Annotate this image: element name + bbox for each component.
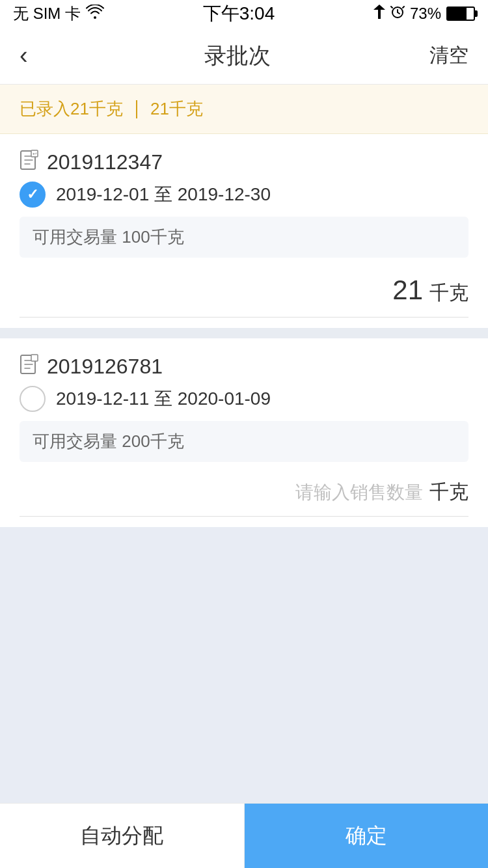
page-title: 录批次 <box>59 41 416 71</box>
nav-bar: ‹ 录批次 清空 <box>0 27 488 85</box>
batch-1-date: 2019-12-01 至 2019-12-30 <box>56 182 271 207</box>
batch-2-available: 可用交易量 200千克 <box>20 421 468 462</box>
battery-icon <box>446 7 475 21</box>
clear-button[interactable]: 清空 <box>416 42 468 69</box>
batch-1-header: ↩ 2019112347 <box>20 150 468 175</box>
status-left: 无 SIM 卡 <box>13 3 104 24</box>
info-banner: 已录入21千克 21千克 <box>0 85 488 134</box>
batch-2-radio[interactable] <box>20 386 46 412</box>
batch-2-input-row: 请输入销售数量 千克 <box>0 472 488 516</box>
alarm-icon <box>390 5 405 23</box>
batch-1-amount-value: 21 <box>392 275 423 306</box>
batch-1-date-row: 2019-12-01 至 2019-12-30 <box>20 182 468 208</box>
batch-1-icon: ↩ <box>20 150 39 175</box>
auto-distribute-button[interactable]: 自动分配 <box>0 804 245 868</box>
info-divider <box>136 100 137 118</box>
batch-2-available-text: 可用交易量 200千克 <box>33 431 184 451</box>
section-divider <box>0 328 488 338</box>
batch-2-container: 2019126781 2019-12-11 至 2020-01-09 可用交易量… <box>0 338 488 527</box>
recorded-label: 已录入21千克 <box>20 98 123 120</box>
batch-1-amount-row: 21 千克 <box>0 268 488 317</box>
batch-1-container: ↩ 2019112347 2019-12-01 至 2019-12-30 可用交… <box>0 134 488 328</box>
batch-1-id: 2019112347 <box>47 150 163 174</box>
batch-2-header: 2019126781 <box>20 354 468 379</box>
batch-2-date-row: 2019-12-11 至 2020-01-09 <box>20 386 468 412</box>
recorded-value: 21千克 <box>150 98 203 120</box>
batch-1-item[interactable]: ↩ 2019112347 2019-12-01 至 2019-12-30 可用交… <box>0 134 488 258</box>
bottom-bar: 自动分配 确定 <box>0 803 488 868</box>
battery-percent-label: 73% <box>410 5 441 23</box>
svg-text:↩: ↩ <box>33 151 37 157</box>
back-button[interactable]: ‹ <box>20 42 59 70</box>
confirm-button[interactable]: 确定 <box>245 804 489 868</box>
no-sim-label: 无 SIM 卡 <box>13 3 81 24</box>
batch-2-id: 2019126781 <box>47 355 163 379</box>
empty-area <box>0 527 488 839</box>
batch-2-item[interactable]: 2019126781 2019-12-11 至 2020-01-09 可用交易量… <box>0 338 488 462</box>
batch-1-amount-unit: 千克 <box>429 280 468 306</box>
batch-2-input-unit: 千克 <box>429 479 468 506</box>
spacer-1 <box>0 318 488 328</box>
batch-1-available-text: 可用交易量 100千克 <box>33 227 184 247</box>
batch-2-icon <box>20 354 39 379</box>
status-bar: 无 SIM 卡 下午3:04 73% <box>0 0 488 27</box>
wifi-icon <box>86 5 104 23</box>
batch-2-input-placeholder: 请输入销售数量 <box>295 480 423 505</box>
batch-1-radio[interactable] <box>20 182 46 208</box>
svg-rect-0 <box>378 10 381 19</box>
location-icon <box>373 5 385 23</box>
svg-rect-6 <box>31 355 38 361</box>
batch-1-available: 可用交易量 100千克 <box>20 217 468 258</box>
status-time: 下午3:04 <box>203 1 275 26</box>
status-right: 73% <box>373 5 475 23</box>
batch-2-date: 2019-12-11 至 2020-01-09 <box>56 387 271 411</box>
spacer-2 <box>0 517 488 527</box>
